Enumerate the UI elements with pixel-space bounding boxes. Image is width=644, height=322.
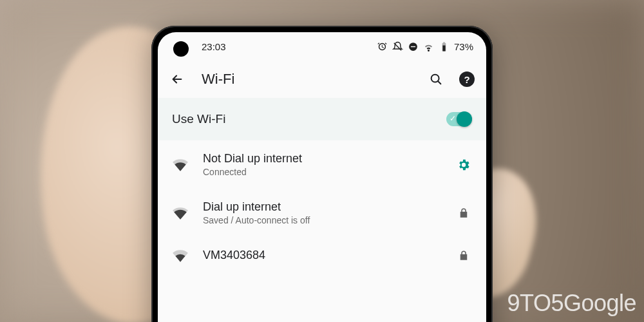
search-button[interactable] <box>427 70 445 88</box>
status-icons: 73% <box>377 41 473 52</box>
wifi-toggle-label: Use Wi-Fi <box>172 112 446 126</box>
help-icon: ? <box>459 71 475 87</box>
back-button[interactable] <box>168 70 186 88</box>
svg-rect-1 <box>411 46 415 46</box>
status-bar: 23:03 73% <box>158 32 486 61</box>
wifi-signal-icon <box>172 207 189 220</box>
phone-frame: 23:03 73% Wi-Fi ? Use Wi-Fi <box>151 26 493 322</box>
search-icon <box>429 72 443 86</box>
network-name: Not Dial up internet <box>203 152 441 166</box>
camera-punch-hole <box>173 41 189 57</box>
network-text: Dial up internet Saved / Auto-connect is… <box>203 200 441 225</box>
network-settings-button[interactable] <box>455 158 472 172</box>
network-name: VM3403684 <box>203 249 441 262</box>
wifi-signal-icon <box>172 158 189 171</box>
lock-icon <box>458 250 469 261</box>
battery-icon <box>439 41 450 52</box>
alarm-icon <box>377 41 388 52</box>
wifi-icon <box>423 41 434 52</box>
lock-icon <box>458 207 469 219</box>
network-row-available[interactable]: VM3403684 <box>158 237 486 274</box>
network-status: Connected <box>203 167 441 177</box>
page-title: Wi-Fi <box>202 71 414 88</box>
switch-knob <box>457 111 472 127</box>
app-bar: Wi-Fi ? <box>158 61 486 98</box>
network-lock-indicator <box>455 207 472 219</box>
gear-icon <box>457 158 471 172</box>
wifi-signal-icon <box>172 249 189 262</box>
network-status: Saved / Auto-connect is off <box>203 215 441 225</box>
wifi-toggle-switch[interactable]: ✓ <box>446 112 472 126</box>
status-time: 23:03 <box>202 41 226 52</box>
arrow-left-icon <box>170 72 184 86</box>
network-text: Not Dial up internet Connected <box>203 152 441 177</box>
network-row-saved[interactable]: Dial up internet Saved / Auto-connect is… <box>158 189 486 237</box>
phone-screen: 23:03 73% Wi-Fi ? Use Wi-Fi <box>158 32 486 322</box>
network-name: Dial up internet <box>203 200 441 214</box>
network-text: VM3403684 <box>203 249 441 262</box>
watermark: 9TO5Google <box>507 290 636 317</box>
network-lock-indicator <box>455 250 472 261</box>
battery-percent: 73% <box>454 41 473 52</box>
dnd-off-icon <box>392 41 403 52</box>
do-not-disturb-icon <box>408 41 419 52</box>
help-button[interactable]: ? <box>458 70 476 88</box>
wifi-master-toggle-row[interactable]: Use Wi-Fi ✓ <box>158 98 486 140</box>
network-row-connected[interactable]: Not Dial up internet Connected <box>158 140 486 189</box>
check-icon: ✓ <box>450 114 456 123</box>
